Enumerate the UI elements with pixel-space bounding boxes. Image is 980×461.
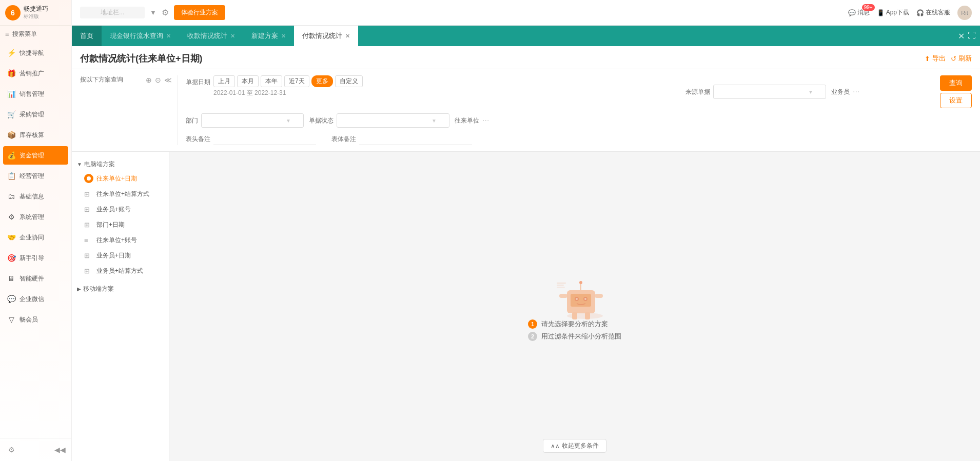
user-avatar[interactable]: Rit (957, 6, 972, 20)
tab-maximize-btn[interactable]: ⛶ (968, 31, 976, 41)
sidebar-item-marketing[interactable]: 🎁 营销推广 (0, 63, 71, 84)
industry-btn[interactable]: 体验行业方案 (174, 5, 225, 20)
dept-label: 部门 (186, 116, 198, 125)
doc-status-filter: 单据状态 ▼ (309, 113, 449, 128)
sidebar-item-basic-info[interactable]: 🗂 基础信息 (0, 186, 71, 207)
scheme-dept-date-label: 部门+日期 (96, 221, 125, 229)
sidebar-item-inventory[interactable]: 📦 库存核算 (0, 125, 71, 145)
doc-status-select[interactable]: ▼ (337, 113, 449, 128)
query-actions: 查询 设置 (940, 75, 972, 108)
scheme-item-salesman-settle[interactable]: ⊞ 业务员+结算方式 (72, 263, 169, 278)
desktop-section: ▼ 电脑端方案 往来单位+日期 ⊞ 往 (72, 156, 169, 280)
page-header: 付款情况统计(往来单位+日期) ⬆ 导出 ↺ 刷新 (72, 46, 980, 69)
tabbar: 首页 现金银行流水查询 ✕ 收款情况统计 ✕ 新建方案 ✕ 付款情况统计 ✕ ✕… (72, 26, 980, 46)
header-note-label: 表头备注 (186, 135, 210, 144)
topbar-settings-btn[interactable]: ⚙ (162, 8, 169, 17)
scheme-item-partner-date[interactable]: 往来单位+日期 (72, 171, 169, 186)
query-btn[interactable]: 查询 (940, 75, 972, 91)
tip-num-1: 1 (528, 319, 537, 329)
dept-dropdown-icon: ▼ (286, 118, 291, 124)
mobile-section: ▶ 移动端方案 (72, 280, 169, 297)
dept-select[interactable]: ▼ (201, 113, 304, 128)
sidebar-bottom: ⚙ ◀◀ (0, 438, 71, 461)
source-label: 来源单据 (685, 88, 710, 96)
scheme-grid-icon-2: ⊞ (84, 205, 93, 214)
sidebar-item-system[interactable]: ⚙ 系统管理 (0, 207, 71, 227)
tab-home[interactable]: 首页 (72, 26, 102, 46)
salesman-field-area: ··· (853, 87, 935, 96)
messages-btn[interactable]: 💬 消息 99+ (848, 8, 870, 17)
date-btn-7days[interactable]: 近7天 (284, 75, 309, 87)
tab-bank-flow-close[interactable]: ✕ (166, 33, 171, 39)
sidebar-item-enterprise[interactable]: 🤝 企业协同 (0, 227, 71, 248)
page-header-actions: ⬆ 导出 ↺ 刷新 (925, 54, 972, 63)
sidebar-item-marketing-label: 营销推广 (19, 69, 44, 78)
tab-pay-stats-close[interactable]: ✕ (345, 33, 350, 39)
export-btn[interactable]: ⬆ 导出 (925, 54, 946, 63)
sidebar-item-purchase[interactable]: 🛒 采购管理 (0, 104, 71, 125)
collapse-more-btn[interactable]: ∧∧ 收起更多条件 (543, 439, 606, 453)
scheme-settings-btn[interactable]: ⊙ (155, 76, 161, 84)
sidebar-item-guide[interactable]: 🎯 新手引导 (0, 248, 71, 268)
scheme-selector-area: 按以下方案查询 ⊕ ⊙ ≪ (80, 75, 178, 145)
sidebar-item-system-label: 系统管理 (19, 213, 44, 222)
source-select[interactable]: ▼ (713, 85, 826, 99)
sidebar-item-sales[interactable]: 📊 销售管理 (0, 84, 71, 104)
sidebar-collapse-btn[interactable]: ◀◀ (53, 443, 67, 457)
topbar-dropdown-icon[interactable]: ▼ (150, 9, 156, 16)
tab-bank-flow[interactable]: 现金银行流水查询 ✕ (102, 26, 179, 46)
scheme-item-partner-account[interactable]: ≡ 往来单位+账号 (72, 232, 169, 248)
tab-new-plan-close[interactable]: ✕ (281, 33, 286, 39)
doc-status-label: 单据状态 (309, 116, 334, 125)
sidebar-item-member[interactable]: ▽ 畅会员 (0, 309, 71, 330)
sidebar-nav: ⚡ 快捷导航 🎁 营销推广 📊 销售管理 🛒 采购管理 📦 库存核算 💰 资金管… (0, 43, 71, 438)
header-note-input[interactable] (213, 133, 316, 145)
operation-icon: 📋 (6, 171, 16, 181)
sidebar-item-basic-info-label: 基础信息 (19, 192, 44, 201)
online-service-btn[interactable]: 🎧 在线客服 (916, 8, 950, 17)
header-note-filter: 表头备注 (186, 133, 316, 145)
scheme-bar-icon: ≡ (84, 235, 93, 245)
setting-btn[interactable]: 设置 (940, 93, 972, 108)
app-download-btn[interactable]: 📱 App下载 (877, 8, 909, 17)
mobile-section-header[interactable]: ▶ 移动端方案 (72, 283, 169, 295)
scheme-item-partner-settle[interactable]: ⊞ 往来单位+结算方式 (72, 186, 169, 202)
tab-receive-stats-close[interactable]: ✕ (230, 33, 235, 39)
sidebar-item-quick-nav[interactable]: ⚡ 快捷导航 (0, 43, 71, 63)
right-panel: ∧∧ 收起更多条件 (169, 152, 980, 461)
scheme-item-dept-date[interactable]: ⊞ 部门+日期 (72, 217, 169, 232)
sidebar-item-operation[interactable]: 📋 经营管理 (0, 166, 71, 186)
salesman-label: 业务员 (831, 88, 850, 96)
sidebar-settings-btn[interactable]: ⚙ (4, 443, 18, 457)
scheme-item-salesman-account[interactable]: ⊞ 业务员+账号 (72, 202, 169, 217)
partner-more-btn[interactable]: ··· (482, 116, 489, 125)
desktop-section-header[interactable]: ▼ 电脑端方案 (72, 158, 169, 171)
tab-new-plan[interactable]: 新建方案 ✕ (243, 26, 294, 46)
svg-rect-10 (595, 294, 603, 298)
search-menu[interactable]: ≡ 搜索菜单 (0, 26, 71, 43)
date-btn-more[interactable]: 更多 (311, 75, 333, 87)
salesman-more-btn[interactable]: ··· (853, 87, 859, 96)
tab-receive-stats[interactable]: 收款情况统计 ✕ (179, 26, 243, 46)
sidebar-item-finance[interactable]: 💰 资金管理 (3, 146, 68, 165)
tab-close-all-btn[interactable]: ✕ (958, 31, 965, 41)
finance-icon: 💰 (6, 150, 16, 161)
scheme-add-btn[interactable]: ⊕ (146, 76, 152, 84)
scheme-collapse-btn[interactable]: ≪ (164, 76, 172, 84)
body-note-label: 表体备注 (331, 135, 356, 144)
sidebar-item-wechat[interactable]: 💬 企业微信 (0, 289, 71, 309)
date-btn-this-year[interactable]: 本年 (261, 75, 282, 87)
main: 地址栏... ▼ ⚙ 体验行业方案 💬 消息 99+ 📱 App下载 🎧 在线客… (72, 0, 980, 461)
refresh-btn[interactable]: ↺ 刷新 (951, 54, 972, 63)
date-btn-last-month[interactable]: 上月 (213, 75, 235, 87)
date-btn-this-month[interactable]: 本月 (237, 75, 259, 87)
export-icon: ⬆ (925, 55, 930, 63)
dept-filter: 部门 ▼ (186, 113, 304, 128)
scheme-item-salesman-date[interactable]: ⊞ 业务员+日期 (72, 248, 169, 263)
body-note-input[interactable] (359, 133, 472, 145)
empty-state: 1 请先选择要分析的方案 2 用过滤条件来缩小分析范围 (528, 272, 621, 341)
sidebar-item-hardware[interactable]: 🖥 智能硬件 (0, 268, 71, 289)
date-range: 2022-01-01 至 2022-12-31 (213, 89, 363, 97)
tab-pay-stats[interactable]: 付款情况统计 ✕ (294, 26, 358, 46)
date-btn-custom[interactable]: 自定义 (335, 75, 363, 87)
